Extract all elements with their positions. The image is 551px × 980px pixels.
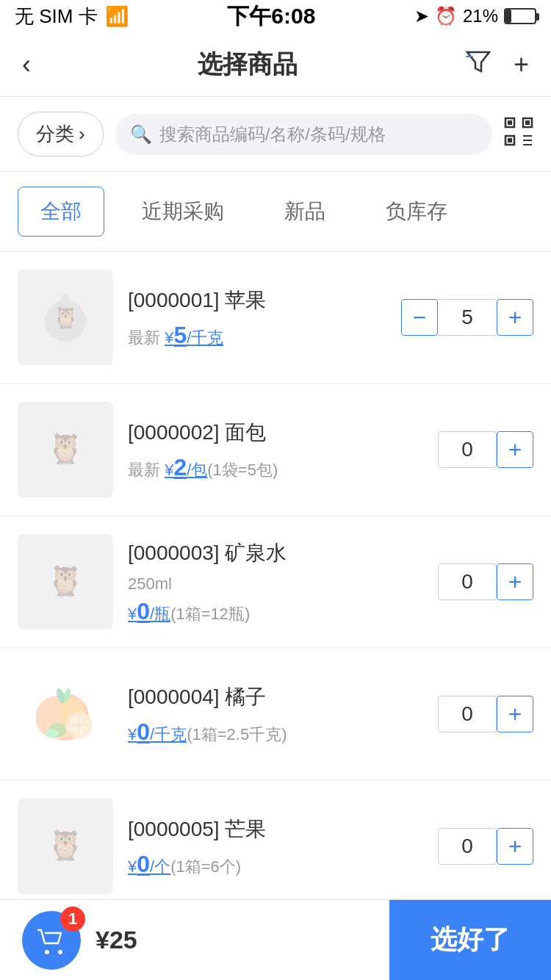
- product-name: [0000004] 橘子: [128, 683, 423, 711]
- increase-button[interactable]: +: [497, 696, 533, 732]
- product-name: [0000002] 面包: [128, 419, 423, 447]
- status-right: ➤ ⏰ 21%: [414, 6, 536, 26]
- quantity-input[interactable]: [438, 431, 497, 468]
- wifi-icon: 📶: [105, 5, 129, 28]
- product-price: ¥0/个(1箱=6个): [128, 851, 423, 878]
- category-chevron: ›: [79, 123, 85, 145]
- list-item: 🦉 [0000005] 芒果 ¥0/个(1箱=6个) +: [0, 781, 551, 912]
- status-time: 下午6:08: [227, 1, 315, 32]
- product-name: [0000001] 苹果: [128, 287, 386, 314]
- svg-marker-0: [467, 52, 489, 71]
- battery-icon: [504, 8, 536, 24]
- quantity-control: +: [438, 828, 533, 865]
- search-placeholder: 搜索商品编码/名称/条码/规格: [159, 123, 386, 146]
- alarm-icon: ⏰: [435, 6, 457, 26]
- product-image: 🦉: [18, 534, 113, 630]
- add-button[interactable]: +: [514, 49, 529, 80]
- product-info: [0000003] 矿泉水 250ml ¥0/瓶(1箱=12瓶): [128, 539, 423, 625]
- location-icon: ➤: [414, 6, 429, 26]
- tab-recent[interactable]: 近期采购: [119, 187, 247, 237]
- page-title: 选择商品: [198, 48, 298, 82]
- product-image: 🦉: [18, 270, 113, 365]
- nav-actions: +: [465, 48, 529, 81]
- svg-point-20: [46, 729, 58, 738]
- product-info: [0000002] 面包 最新 ¥2/包(1袋=5包): [128, 419, 423, 481]
- category-label: 分类: [36, 121, 74, 147]
- quantity-input[interactable]: [438, 696, 497, 732]
- confirm-button[interactable]: 选好了: [389, 900, 551, 981]
- quantity-control: +: [438, 696, 533, 732]
- list-item: 🦉 [0000002] 面包 最新 ¥2/包(1袋=5包) +: [0, 384, 551, 515]
- search-icon: 🔍: [130, 124, 152, 145]
- product-list: 🦉 [0000001] 苹果 最新 ¥5/千克 − + 🦉 [0000002] …: [0, 252, 551, 980]
- list-item: 🦉 [0000003] 矿泉水 250ml ¥0/瓶(1箱=12瓶) +: [0, 516, 551, 647]
- nav-bar: ‹ 选择商品 +: [0, 32, 551, 97]
- product-info: [0000004] 橘子 ¥0/千克(1箱=2.5千克): [128, 683, 423, 746]
- carrier-text: 无 SIM 卡: [15, 4, 98, 29]
- decrease-button[interactable]: −: [401, 299, 438, 336]
- category-button[interactable]: 分类 ›: [18, 112, 104, 156]
- svg-rect-7: [508, 138, 512, 143]
- increase-button[interactable]: +: [497, 299, 533, 336]
- cart-icon[interactable]: 1: [22, 911, 81, 970]
- svg-text:🦉: 🦉: [47, 827, 84, 862]
- product-spec: 250ml: [128, 574, 423, 594]
- cart-badge: 1: [60, 907, 85, 932]
- product-name: [0000005] 芒果: [128, 815, 423, 843]
- svg-rect-6: [525, 120, 530, 125]
- filter-icon[interactable]: [465, 48, 491, 81]
- scan-icon[interactable]: [504, 117, 533, 152]
- svg-point-31: [45, 950, 49, 954]
- increase-button[interactable]: +: [497, 563, 533, 600]
- list-item: [0000004] 橘子 ¥0/千克(1箱=2.5千克) +: [0, 649, 551, 779]
- svg-text:🦉: 🦉: [47, 430, 84, 466]
- quantity-control: +: [438, 431, 533, 468]
- cart-total: ¥25: [96, 926, 137, 954]
- product-image: [18, 666, 113, 762]
- svg-point-32: [58, 950, 62, 954]
- bottom-bar: 1 ¥25 选好了: [0, 899, 551, 980]
- tab-bar: 全部 近期采购 新品 负库存: [0, 172, 551, 252]
- product-price: 最新 ¥2/包(1袋=5包): [128, 454, 423, 481]
- tab-negative[interactable]: 负库存: [363, 187, 470, 237]
- product-image: 🦉: [18, 402, 113, 497]
- quantity-control: +: [438, 563, 533, 600]
- product-name: [0000003] 矿泉水: [128, 539, 423, 567]
- svg-rect-5: [508, 120, 512, 125]
- quantity-input[interactable]: [438, 828, 497, 865]
- increase-button[interactable]: +: [497, 828, 533, 865]
- increase-button[interactable]: +: [497, 431, 533, 468]
- battery-text: 21%: [463, 6, 498, 26]
- back-button[interactable]: ‹: [22, 49, 31, 80]
- product-price: 最新 ¥5/千克: [128, 322, 386, 349]
- status-bar: 无 SIM 卡 📶 下午6:08 ➤ ⏰ 21%: [0, 0, 551, 32]
- list-item: 🦉 [0000001] 苹果 最新 ¥5/千克 − +: [0, 252, 551, 383]
- product-info: [0000005] 芒果 ¥0/个(1箱=6个): [128, 815, 423, 878]
- svg-text:🦉: 🦉: [47, 563, 84, 598]
- tab-all[interactable]: 全部: [18, 187, 104, 237]
- svg-text:🦉: 🦉: [53, 306, 79, 330]
- product-price: ¥0/千克(1箱=2.5千克): [128, 718, 423, 746]
- filter-bar: 分类 › 🔍 搜索商品编码/名称/条码/规格: [0, 97, 551, 172]
- quantity-control: − +: [401, 299, 533, 336]
- product-image: 🦉: [18, 799, 113, 894]
- status-left: 无 SIM 卡 📶: [15, 4, 129, 29]
- cart-section: 1 ¥25: [0, 911, 389, 970]
- quantity-input[interactable]: [438, 299, 497, 336]
- product-info: [0000001] 苹果 最新 ¥5/千克: [128, 287, 386, 349]
- product-price: ¥0/瓶(1箱=12瓶): [128, 598, 423, 625]
- search-box[interactable]: 🔍 搜索商品编码/名称/条码/规格: [115, 114, 492, 155]
- quantity-input[interactable]: [438, 563, 497, 600]
- tab-new[interactable]: 新品: [262, 187, 348, 237]
